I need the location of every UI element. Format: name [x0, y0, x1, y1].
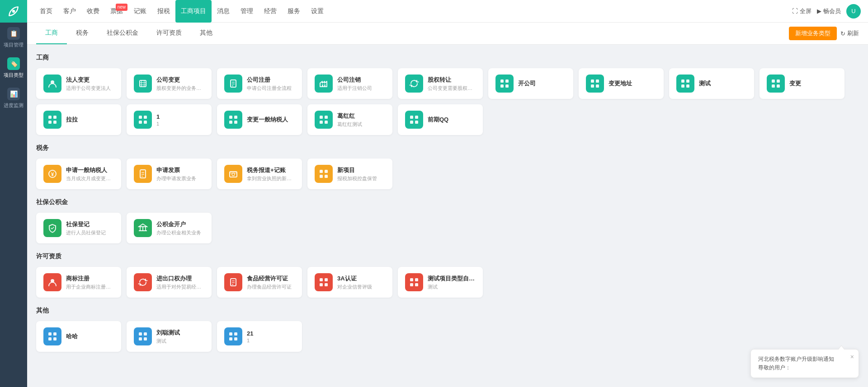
card-3-3[interactable]: 3A认证对企业信誉评级: [307, 267, 392, 298]
card-title: 刘聪测试: [156, 329, 204, 337]
card-0-10[interactable]: 11: [127, 104, 212, 135]
tab-social-insurance[interactable]: 社保公积金: [98, 23, 147, 44]
card-3-1[interactable]: 进出口权办理适用于对外贸易经营者: [127, 267, 212, 298]
nav-ticket[interactable]: 票据 new: [105, 0, 128, 23]
svg-rect-78: [410, 283, 413, 286]
card-0-7[interactable]: 测试: [669, 68, 754, 99]
card-title: 21: [247, 330, 295, 337]
card-text-0-1: 公司变更股权变更外的业务变更: [156, 76, 204, 92]
nav-tax[interactable]: 报税: [152, 0, 175, 23]
card-0-13[interactable]: 前期QQ: [398, 104, 483, 135]
cards-grid-4: 哈哈 刘聪测试测试 211: [36, 321, 859, 352]
section-title-0: 工商: [36, 54, 859, 62]
card-2-1[interactable]: 公积金开户办理公积金相关业务: [127, 213, 212, 243]
fullscreen-button[interactable]: ⛶ 全屏: [792, 7, 811, 15]
card-title: 公司注册: [247, 76, 295, 84]
card-1-0[interactable]: ¥ 申请一般纳税人当月或次月成变更完成: [36, 159, 121, 189]
card-desc: 报税加税控盘保管: [337, 175, 385, 182]
tab-other[interactable]: 其他: [191, 23, 222, 44]
sidebar-item-project-manage[interactable]: 📋 项目管理: [0, 23, 27, 53]
card-text-0-3: 公司注销适用于注销公司: [337, 76, 385, 92]
svg-rect-51: [140, 170, 146, 178]
sidebar-item-progress[interactable]: 📊 进度监测: [0, 83, 27, 113]
cards-grid-0: 法人变更适用于公司变更法人 公司变更股权变更外的业务变更 公司注册申请公司注册全…: [36, 68, 859, 135]
svg-rect-11: [322, 84, 323, 87]
card-0-4[interactable]: 股权转让公司变更需要股权转让: [398, 68, 483, 99]
svg-rect-46: [415, 116, 418, 119]
svg-rect-14: [505, 79, 509, 83]
card-text-0-11: 变更一般纳税人: [247, 116, 295, 124]
nav-fee[interactable]: 收费: [81, 0, 105, 23]
card-3-0[interactable]: 商标注册用于企业商标注册服务: [36, 267, 121, 298]
svg-rect-31: [48, 121, 52, 124]
nav-client[interactable]: 客户: [58, 0, 81, 23]
card-desc: 办理公积金相关业务: [156, 229, 204, 236]
add-type-button[interactable]: 新增业务类型: [789, 27, 837, 40]
card-0-8[interactable]: 变更: [760, 68, 844, 99]
card-0-6[interactable]: 变更地址: [579, 68, 664, 99]
card-3-4[interactable]: 测试项目类型自定义测试: [398, 267, 483, 298]
section-title-1: 税务: [36, 144, 859, 152]
card-4-0[interactable]: 哈哈: [36, 321, 121, 352]
card-text-3-1: 进出口权办理适用于对外贸易经营者: [156, 275, 204, 290]
card-0-0[interactable]: 法人变更适用于公司变更法人: [36, 68, 121, 99]
card-text-1-1: 申请发票办理申请发票业务: [156, 166, 204, 182]
card-text-0-9: 拉拉: [66, 116, 114, 124]
card-text-0-8: 变更: [789, 79, 837, 88]
sidebar-logo[interactable]: [0, 0, 27, 23]
tab-industry[interactable]: 工商: [36, 23, 67, 44]
card-text-4-1: 刘聪测试测试: [156, 329, 204, 345]
card-2-0[interactable]: 社保登记进行人员社保登记: [36, 213, 121, 243]
refresh-button[interactable]: ↻ 刷新: [840, 29, 859, 37]
card-0-9[interactable]: 拉拉: [36, 104, 121, 135]
svg-rect-74: [320, 283, 323, 286]
card-text-0-5: 开公司: [518, 79, 566, 88]
notification-close-button[interactable]: ×: [850, 353, 854, 360]
card-0-3[interactable]: 公司注销适用于注销公司: [307, 68, 392, 99]
nav-settings[interactable]: 设置: [306, 0, 329, 23]
nav-message[interactable]: 消息: [212, 0, 235, 23]
card-0-5[interactable]: 开公司: [488, 68, 573, 99]
card-title: 新项目: [337, 166, 385, 174]
nav-manage[interactable]: 管理: [235, 0, 259, 23]
nav-service[interactable]: 服务: [282, 0, 306, 23]
card-4-2[interactable]: 211: [217, 321, 302, 352]
card-title: 申请一般纳税人: [66, 166, 114, 174]
card-desc: 葛红红测试: [337, 121, 385, 128]
card-text-0-6: 变更地址: [609, 79, 656, 88]
cards-grid-3: 商标注册用于企业商标注册服务 进出口权办理适用于对外贸易经营者 食品经营许可证办…: [36, 267, 859, 298]
tab-license[interactable]: 许可资质: [147, 23, 191, 44]
sidebar-item-label: 项目类型: [4, 72, 24, 79]
card-1-3[interactable]: 新项目报税加税控盘保管: [307, 159, 392, 189]
member-button[interactable]: ▶ 畅会员: [817, 7, 841, 15]
card-text-4-2: 211: [247, 330, 295, 343]
card-title: 变更: [789, 79, 837, 88]
main-wrapper: 首页 客户 收费 票据 new 记账 报税 工商项目 消息 管理 经营 服务 设…: [27, 0, 868, 387]
card-1-1[interactable]: 申请发票办理申请发票业务: [127, 159, 212, 189]
avatar[interactable]: U: [846, 4, 861, 19]
card-0-11[interactable]: 变更一般纳税人: [217, 104, 302, 135]
card-0-12[interactable]: 葛红红葛红红测试: [307, 104, 392, 135]
nav-home[interactable]: 首页: [34, 0, 58, 23]
card-desc: 测试: [156, 338, 204, 345]
card-0-1[interactable]: 公司变更股权变更外的业务变更: [127, 68, 212, 99]
cards-grid-2: 社保登记进行人员社保登记 公积金开户办理公积金相关业务: [36, 213, 859, 243]
tab-tax[interactable]: 税务: [67, 23, 98, 44]
card-icon-3-4: [405, 273, 423, 291]
card-4-1[interactable]: 刘聪测试测试: [127, 321, 212, 352]
card-desc: 拿到营业执照的新公司: [247, 175, 295, 182]
card-desc: 1: [247, 338, 295, 343]
card-title: 拉拉: [66, 116, 114, 124]
card-1-2[interactable]: 税务报道+记账拿到营业执照的新公司: [217, 159, 302, 189]
card-icon-3-3: [315, 273, 333, 291]
sidebar-item-project-type[interactable]: 🏷️ 项目类型: [0, 53, 27, 83]
card-0-2[interactable]: 公司注册申请公司注册全流程: [217, 68, 302, 99]
nav-operation[interactable]: 经营: [259, 0, 282, 23]
card-3-2[interactable]: 食品经营许可证办理食品经营许可证: [217, 267, 302, 298]
svg-rect-35: [139, 121, 142, 124]
progress-icon: 📊: [7, 88, 20, 100]
nav-bookkeeping[interactable]: 记账: [128, 0, 152, 23]
svg-point-56: [232, 173, 235, 176]
nav-industry[interactable]: 工商项目: [175, 0, 212, 23]
notification-bubble: × 河北税务数字账户升级影响通知尊敬的用户：: [750, 349, 859, 378]
